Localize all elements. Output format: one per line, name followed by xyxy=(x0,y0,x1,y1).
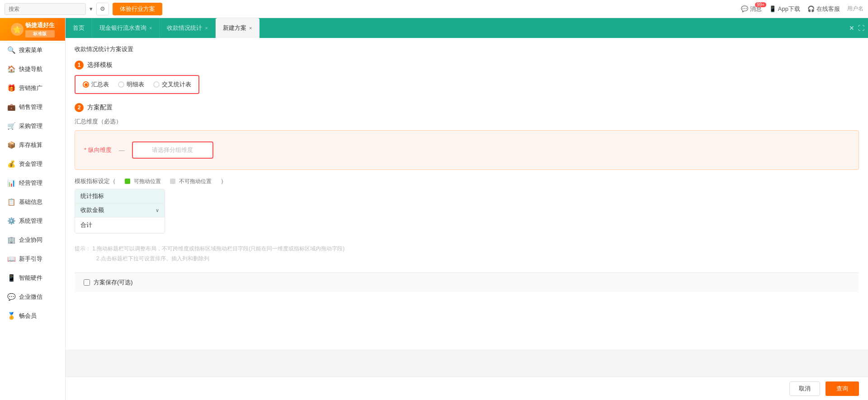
draggable-label: 可拖动位置 xyxy=(134,178,161,185)
tab-fullscreen-icon[interactable]: ⛶ xyxy=(858,24,864,32)
tab-home-label: 首页 xyxy=(73,24,85,32)
step2-header: 2 方案配置 xyxy=(75,103,859,112)
tab-receivables-label: 收款情况统计 xyxy=(167,24,202,32)
header-left: ▾ ⚙ 体验行业方案 xyxy=(5,3,162,15)
sidebar-item-member[interactable]: 🏅 畅会员 xyxy=(0,306,65,325)
step2-section: 2 方案配置 汇总维度（必选） * 纵向维度 — 请选择分组维度 xyxy=(75,103,859,264)
tab-cashflow-close[interactable]: × xyxy=(149,25,152,31)
dimension-select-button[interactable]: 请选择分组维度 xyxy=(132,141,213,159)
tab-bar-right: ✕ ⛶ xyxy=(849,24,868,32)
header-right: 💬 消息 99+ 📱 App下载 🎧 在线客服 用户名 xyxy=(741,5,863,13)
download-icon: 📱 xyxy=(769,5,776,12)
save-option: 方案保存(可选) xyxy=(75,273,859,292)
message-icon: 💬 xyxy=(741,5,748,12)
sidebar-item-quick-nav[interactable]: 🏠 快捷导航 xyxy=(0,60,65,79)
quick-nav-icon: 🏠 xyxy=(7,65,15,73)
tab-new-plan-close[interactable]: × xyxy=(249,25,252,31)
save-checkbox[interactable] xyxy=(84,279,90,286)
tab-new-plan[interactable]: 新建方案 × xyxy=(216,18,259,38)
sidebar-item-operation[interactable]: 📊 经营管理 xyxy=(0,174,65,193)
smart-hw-icon: 📱 xyxy=(7,274,15,282)
radio-cross[interactable]: 交叉统计表 xyxy=(153,80,191,89)
radio-summary-label: 汇总表 xyxy=(91,80,109,89)
tab-new-plan-label: 新建方案 xyxy=(223,24,246,32)
draggable-dot xyxy=(125,179,130,184)
operation-icon: 📊 xyxy=(7,179,15,187)
radio-summary[interactable]: 汇总表 xyxy=(83,80,109,89)
service-label: 在线客服 xyxy=(816,5,840,13)
sidebar-item-enterprise[interactable]: 🏢 企业协同 xyxy=(0,231,65,249)
template-select-box: 汇总表 明细表 交叉统计表 xyxy=(75,75,199,94)
sidebar-item-purchase[interactable]: 🛒 采购管理 xyxy=(0,117,65,136)
sidebar-label-quick-nav: 快捷导航 xyxy=(19,65,42,73)
radio-cross-label: 交叉统计表 xyxy=(162,80,191,89)
notification-badge: 99+ xyxy=(755,2,766,7)
sidebar-label-marketing: 营销推广 xyxy=(19,84,42,92)
dimension-row: * 纵向维度 — 请选择分组维度 xyxy=(84,141,849,159)
sidebar-item-system[interactable]: ⚙️ 系统管理 xyxy=(0,212,65,231)
tab-cashflow-label: 现金银行流水查询 xyxy=(99,24,146,32)
system-icon: ⚙️ xyxy=(7,217,15,225)
wechat-icon: 💬 xyxy=(7,293,15,301)
step2-title: 方案配置 xyxy=(87,104,113,112)
enterprise-icon: 🏢 xyxy=(7,236,15,244)
fixed-label: 不可拖动位置 xyxy=(179,178,212,185)
tip-line2: 2.点击标题栏下拉可设置排序、插入列和删除列 xyxy=(75,254,859,264)
tab-receivables[interactable]: 收款情况统计 × xyxy=(160,18,215,38)
finance-icon: 💰 xyxy=(7,160,15,168)
sidebar-item-basic-info[interactable]: 📋 基础信息 xyxy=(0,193,65,212)
metrics-subtotal-cell: 合计 xyxy=(75,217,165,233)
radio-detail-circle xyxy=(118,81,124,88)
step1-number: 1 xyxy=(75,61,84,70)
tip-line1: 提示： 1.拖动标题栏可以调整布局，不可跨维度或指标区域拖动栏目字段(只能在同一… xyxy=(75,244,859,254)
query-button[interactable]: 查询 xyxy=(826,381,859,396)
sidebar-item-search-menu[interactable]: 🔍 搜索菜单 xyxy=(0,41,65,60)
metrics-dropdown-button[interactable]: ∨ xyxy=(156,207,159,213)
service-icon: 🎧 xyxy=(807,5,815,12)
metrics-header: 模板指标设定（ 可拖动位置 不可拖动位置 ） xyxy=(75,177,859,185)
metrics-table: 统计指标 收款金额 ∨ 合计 xyxy=(75,189,165,234)
dimension-title: 汇总维度（必选） xyxy=(75,118,859,126)
download-item[interactable]: 📱 App下载 xyxy=(769,5,800,13)
sidebar-item-marketing[interactable]: 🎁 营销推广 xyxy=(0,79,65,98)
tab-close-all-icon[interactable]: ✕ xyxy=(849,24,854,32)
sidebar-label-system: 系统管理 xyxy=(19,217,42,225)
metrics-table-header: 统计指标 xyxy=(75,189,165,203)
sidebar-item-inventory[interactable]: 📦 库存核算 xyxy=(0,136,65,155)
metrics-setting-label: 模板指标设定（ xyxy=(75,177,116,185)
tab-cashflow[interactable]: 现金银行流水查询 × xyxy=(92,18,160,38)
metrics-table-cell-header: 收款金额 ∨ xyxy=(75,203,165,217)
radio-summary-circle xyxy=(83,81,89,88)
sidebar-item-guide[interactable]: 📖 新手引导 xyxy=(0,249,65,268)
metrics-setting-close: ） xyxy=(221,177,226,185)
settings-button[interactable]: ⚙ xyxy=(96,3,109,15)
sidebar-item-finance[interactable]: 💰 资金管理 xyxy=(0,155,65,174)
guide-icon: 📖 xyxy=(7,255,15,263)
industry-button[interactable]: 体验行业方案 xyxy=(113,3,162,15)
main-layout: 🌟 畅捷通好生 标准版 🔍 搜索菜单 🏠 快捷导航 🎁 营销推广 💼 销售管理 … xyxy=(0,18,868,400)
user-name: 用户名 xyxy=(847,5,863,13)
dimension-arrow: — xyxy=(119,147,125,154)
sidebar-item-wechat[interactable]: 💬 企业微信 xyxy=(0,287,65,306)
tab-receivables-close[interactable]: × xyxy=(205,25,208,31)
radio-detail[interactable]: 明细表 xyxy=(118,80,144,89)
step1-title: 选择模板 xyxy=(87,61,113,69)
service-item[interactable]: 🎧 在线客服 xyxy=(807,5,840,13)
dropdown-arrow[interactable]: ▾ xyxy=(90,5,93,12)
logo-tag: 标准版 xyxy=(25,30,55,38)
logo-icon: 🌟 xyxy=(11,23,24,36)
marketing-icon: 🎁 xyxy=(7,84,15,92)
sidebar-label-sales: 销售管理 xyxy=(19,103,42,111)
step2-number: 2 xyxy=(75,103,84,112)
sidebar-item-smart-hw[interactable]: 📱 智能硬件 xyxy=(0,268,65,287)
search-input[interactable] xyxy=(5,3,86,15)
sidebar-item-sales[interactable]: 💼 销售管理 xyxy=(0,98,65,117)
notification-item[interactable]: 💬 消息 99+ xyxy=(741,5,762,13)
tab-home[interactable]: 首页 xyxy=(66,18,92,38)
cancel-button[interactable]: 取消 xyxy=(789,381,820,396)
save-label: 方案保存(可选) xyxy=(94,278,133,287)
download-label: App下载 xyxy=(778,5,800,13)
metrics-section: 模板指标设定（ 可拖动位置 不可拖动位置 ） xyxy=(75,177,859,235)
fixed-tag: 不可拖动位置 xyxy=(170,178,212,185)
radio-detail-label: 明细表 xyxy=(127,80,144,89)
